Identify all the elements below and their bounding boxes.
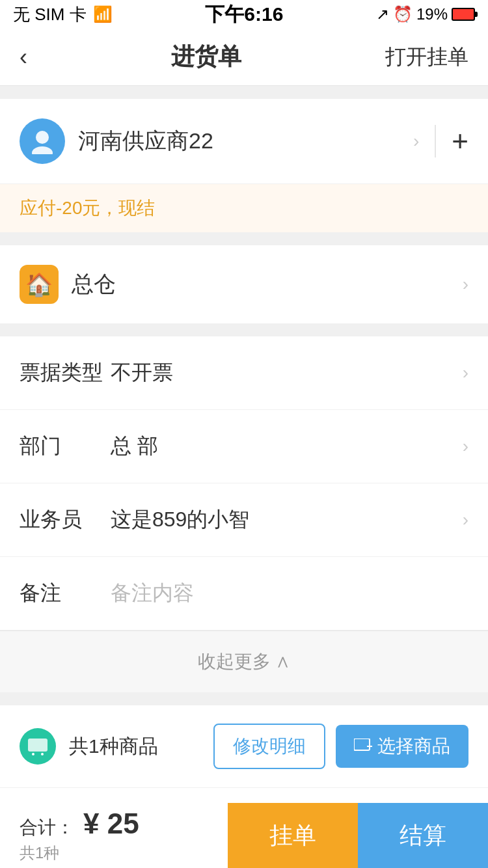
warehouse-chevron-icon: › (463, 274, 468, 295)
sales-value: 这是859的小智 (111, 506, 463, 534)
supplier-alert: 应付-20元，现结 (0, 184, 488, 232)
select-product-label: 选择商品 (377, 734, 450, 759)
sales-chevron-icon: › (463, 509, 468, 530)
svg-rect-5 (354, 739, 370, 750)
remark-input[interactable]: 备注内容 (111, 579, 468, 608)
footer-total: 合计： ¥ 25 共1种 (0, 803, 228, 868)
invoice-label: 票据类型 (20, 359, 111, 387)
hang-order-button[interactable]: 挂单 (228, 803, 358, 868)
remark-label: 备注 (20, 579, 111, 608)
section-gap-4 (0, 692, 488, 705)
supplier-avatar (20, 118, 65, 164)
svg-point-3 (32, 753, 34, 755)
total-amount: ¥ 25 (83, 807, 139, 840)
dept-row[interactable]: 部门 总 部 › (0, 410, 488, 483)
wifi-icon: 📶 (93, 5, 113, 23)
warehouse-icon: 🏠 (20, 265, 59, 304)
edit-detail-button[interactable]: 修改明细 (213, 724, 325, 769)
total-label: 合计： (20, 815, 74, 840)
select-product-icon (354, 739, 372, 754)
cart-icon (27, 737, 49, 755)
invoice-row[interactable]: 票据类型 不开票 › (0, 336, 488, 410)
nav-bar: ‹ 进货单 打开挂单 (0, 29, 488, 86)
svg-point-0 (36, 131, 49, 144)
status-left: 无 SIM 卡 📶 (13, 3, 113, 26)
svg-rect-2 (28, 739, 47, 752)
footer: 合计： ¥ 25 共1种 挂单 结算 (0, 803, 488, 868)
battery-percent: 19% (416, 5, 448, 23)
user-icon (29, 128, 55, 154)
product-icon (20, 728, 56, 765)
form-section: 票据类型 不开票 › 部门 总 部 › 业务员 这是859的小智 › 备注 备注… (0, 336, 488, 692)
warehouse-name: 总仓 (72, 269, 463, 299)
warehouse-row[interactable]: 🏠 总仓 › (0, 245, 488, 323)
section-gap-2 (0, 232, 488, 245)
dept-value: 总 部 (111, 432, 463, 461)
product-count: 共1种商品 (69, 733, 213, 760)
supplier-chevron-icon: › (413, 131, 419, 152)
supplier-divider (435, 125, 436, 157)
dept-chevron-icon: › (463, 436, 468, 457)
location-icon: ↗ (376, 5, 389, 23)
sales-label: 业务员 (20, 506, 111, 534)
collapse-label: 收起更多 ∧ (198, 651, 291, 671)
remark-row[interactable]: 备注 备注内容 (0, 557, 488, 631)
supplier-row[interactable]: 河南供应商22 › + (0, 99, 488, 184)
supplier-section: 河南供应商22 › + 应付-20元，现结 (0, 99, 488, 232)
footer-total-text: 合计： ¥ 25 共1种 (20, 807, 139, 863)
open-pending-button[interactable]: 打开挂单 (385, 43, 468, 72)
status-right: ↗ ⏰ 19% (376, 5, 475, 23)
invoice-value: 不开票 (111, 359, 463, 387)
settle-button[interactable]: 结算 (358, 803, 488, 868)
warehouse-section: 🏠 总仓 › (0, 245, 488, 323)
back-button[interactable]: ‹ (20, 44, 27, 71)
supplier-name: 河南供应商22 (78, 126, 413, 156)
product-header: 共1种商品 修改明细 选择商品 (0, 705, 488, 788)
collapse-bar[interactable]: 收起更多 ∧ (0, 631, 488, 692)
sim-label: 无 SIM 卡 (13, 3, 87, 26)
alarm-icon: ⏰ (393, 5, 413, 23)
status-bar: 无 SIM 卡 📶 下午6:16 ↗ ⏰ 19% (0, 0, 488, 29)
sales-row[interactable]: 业务员 这是859的小智 › (0, 483, 488, 557)
section-gap-3 (0, 323, 488, 336)
total-line: 合计： ¥ 25 (20, 807, 139, 840)
total-sub: 共1种 (20, 843, 139, 863)
battery-icon (452, 8, 475, 21)
svg-point-4 (41, 753, 44, 755)
section-gap-1 (0, 86, 488, 99)
status-time: 下午6:16 (205, 1, 283, 28)
page-title: 进货单 (171, 41, 241, 73)
invoice-chevron-icon: › (463, 362, 468, 383)
dept-label: 部门 (20, 432, 111, 461)
add-supplier-button[interactable]: + (452, 127, 468, 156)
svg-point-1 (32, 146, 53, 154)
select-product-button[interactable]: 选择商品 (336, 725, 468, 768)
